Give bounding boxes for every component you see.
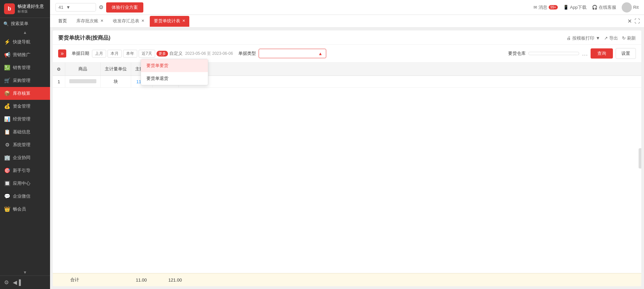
settings-col-header[interactable]: ⚙ [53, 63, 65, 76]
messages-label: 消息 [539, 4, 547, 10]
more-filters-icon[interactable]: … [582, 50, 588, 57]
message-icon: ✉ [533, 5, 537, 10]
app-download-label: App下载 [570, 4, 587, 10]
app-subtitle: 标准版 [18, 9, 44, 14]
app-download-button[interactable]: 📱 App下载 [563, 4, 587, 10]
phone-icon: 📱 [563, 5, 569, 10]
export-icon: ↗ [604, 36, 608, 41]
dropdown-item-order-return[interactable]: 要货单退货 [141, 72, 208, 85]
dropdown-item-order-goods[interactable]: 要货单要货 [141, 59, 208, 72]
sidebar-item-member[interactable]: 👑 畅会员 [0, 203, 50, 216]
export-action[interactable]: ↗ 导出 [604, 35, 618, 41]
query-button[interactable]: 查询 [591, 48, 613, 59]
messages-badge: 99+ [549, 5, 558, 9]
sidebar-item-apps[interactable]: 🔲 应用中心 [0, 177, 50, 190]
collapse-sidebar-icon[interactable]: ◀▐ [13, 279, 21, 286]
row-index: 1 [53, 76, 65, 88]
footer-total-label: 合计 [70, 277, 79, 282]
basic-icon: 📋 [4, 129, 10, 135]
more-dates-badge[interactable]: 更多 [157, 51, 168, 57]
inventory-icon: 📦 [4, 90, 10, 96]
right-resize-handle[interactable] [639, 148, 641, 169]
marketing-icon: 📢 [4, 52, 10, 58]
sidebar-item-purchase[interactable]: 🛒 采购管理 [0, 74, 50, 87]
close-receivable-summary-icon[interactable]: ✕ [141, 19, 144, 23]
date-last-7days-btn[interactable]: 近7天 [139, 50, 155, 58]
page-actions: 🖨 按模板打印 ▼ ↗ 导出 ↻ 刷新 [567, 35, 636, 41]
logo-text-block: 畅捷通好生意 标准版 [18, 4, 44, 14]
user-menu[interactable]: Rit [622, 2, 639, 13]
refresh-action[interactable]: ↻ 刷新 [622, 35, 636, 41]
sidebar-item-guide[interactable]: 🎯 新手引导 [0, 164, 50, 177]
tab-order-summary[interactable]: 要货单统计表 ✕ [150, 16, 189, 27]
online-service-button[interactable]: 🎧 在线客服 [592, 4, 616, 10]
type-select-dropdown[interactable]: ▲ [259, 49, 326, 58]
print-action[interactable]: 🖨 按模板打印 ▼ [567, 35, 600, 41]
date-shortcuts: 上月 本月 本年 近7天 更多 自定义 [92, 50, 183, 58]
refresh-icon: ↻ [622, 36, 626, 41]
custom-date-label[interactable]: 自定义 [169, 50, 183, 57]
search-icon: 🔍 [3, 21, 9, 26]
sidebar-scroll-up[interactable]: ▲ [0, 29, 50, 36]
refresh-label: 刷新 [627, 35, 636, 41]
user-avatar [622, 2, 632, 13]
sidebar-nav: ⚡ 快捷导航 📢 营销推广 💹 销售管理 🛒 采购管理 📦 库存核算 💰 资金管… [0, 36, 50, 269]
sidebar-item-quick-nav[interactable]: ⚡ 快捷导航 [0, 36, 50, 48]
online-service-label: 在线客服 [599, 4, 616, 10]
date-this-month-btn[interactable]: 本月 [108, 50, 122, 58]
tab-receivable-summary[interactable]: 收发存汇总表 ✕ [109, 16, 148, 27]
sidebar-item-sales[interactable]: 💹 销售管理 [0, 61, 50, 74]
tab-home[interactable]: 首页 [54, 16, 71, 27]
table-footer: 合计 11.00 121.00 [53, 273, 641, 286]
date-last-month-btn[interactable]: 上月 [92, 50, 106, 58]
warehouse-filter-label: 要货仓库 [508, 50, 526, 57]
settings-bottom-icon[interactable]: ⚙ [4, 279, 9, 286]
store-selector[interactable]: 41 ▼ [55, 3, 96, 12]
chevron-down-icon: ▼ [66, 5, 70, 10]
sidebar-item-label: 系统管理 [13, 142, 30, 148]
sidebar-bottom: ⚙ ◀▐ [0, 275, 50, 289]
sidebar-item-finance[interactable]: 💰 资金管理 [0, 100, 50, 113]
date-this-year-btn[interactable]: 本年 [123, 50, 137, 58]
logo-icon: b [4, 3, 15, 14]
sidebar-item-operations[interactable]: 📊 经营管理 [0, 113, 50, 126]
sidebar-item-label: 畅会员 [13, 206, 26, 212]
sidebar-search[interactable]: 🔍 搜索菜单 [0, 18, 50, 29]
close-order-summary-icon[interactable]: ✕ [182, 19, 185, 23]
settings-button[interactable]: 设置 [616, 48, 636, 59]
footer-amount: 121.00 [158, 277, 192, 283]
sidebar-item-inventory[interactable]: 📦 库存核算 [0, 87, 50, 100]
row-unit: 块 [101, 76, 131, 88]
sidebar-item-label: 经营管理 [13, 116, 30, 122]
type-dropdown-menu: 要货单要货 要货单退货 [141, 59, 208, 85]
main-area: 41 ▼ ⚙ 体验行业方案 ✉ 消息 99+ 📱 App下载 🎧 在线客服 R [50, 0, 644, 289]
warehouse-select[interactable] [528, 52, 579, 55]
header-settings-icon[interactable]: ⚙ [99, 4, 103, 10]
page-title: 要货单统计表(按商品) [58, 35, 111, 42]
user-name: Rit [633, 5, 639, 10]
table-container: ⚙ 商品 主计量单位 主数量 零售金额 1 块 [53, 63, 641, 273]
page-content: 要货单统计表(按商品) 🖨 按模板打印 ▼ ↗ 导出 ↻ 刷新 » [53, 30, 641, 286]
sidebar-item-marketing[interactable]: 📢 营销推广 [0, 48, 50, 61]
sidebar-item-wechat[interactable]: 💬 企业微信 [0, 190, 50, 203]
sidebar-scroll-down[interactable]: ▼ [0, 269, 50, 275]
sidebar-item-system[interactable]: ⚙ 系统管理 [0, 138, 50, 151]
sidebar-item-label: 企业微信 [13, 193, 30, 199]
close-inventory-batch-icon[interactable]: ✕ [100, 19, 103, 23]
expand-tabs-icon[interactable]: ⛶ [635, 18, 640, 24]
date-filter-group: 单据日期 上月 本月 本年 近7天 更多 自定义 2023-05-06 至 20… [72, 50, 233, 58]
messages-button[interactable]: ✉ 消息 99+ [533, 4, 558, 10]
sales-icon: 💹 [4, 65, 10, 71]
tabs-bar: 首页 库存批次账 ✕ 收发存汇总表 ✕ 要货单统计表 ✕ ✕ ⛶ [50, 15, 644, 28]
sidebar-item-basic[interactable]: 📋 基础信息 [0, 126, 50, 138]
trial-button[interactable]: 体验行业方案 [106, 2, 143, 13]
system-icon: ⚙ [4, 142, 10, 148]
filter-expand-button[interactable]: » [58, 49, 66, 58]
sidebar-item-enterprise[interactable]: 🏢 企业协同 [0, 151, 50, 164]
sidebar-item-label: 销售管理 [13, 65, 30, 71]
sidebar-item-label: 应用中心 [13, 180, 30, 186]
tab-inventory-batch[interactable]: 库存批次账 ✕ [72, 16, 108, 27]
close-all-tabs-icon[interactable]: ✕ [627, 18, 632, 24]
export-label: 导出 [609, 35, 618, 41]
filter-area: » 单据日期 上月 本月 本年 近7天 更多 自定义 2023-05-06 至 … [53, 45, 641, 63]
